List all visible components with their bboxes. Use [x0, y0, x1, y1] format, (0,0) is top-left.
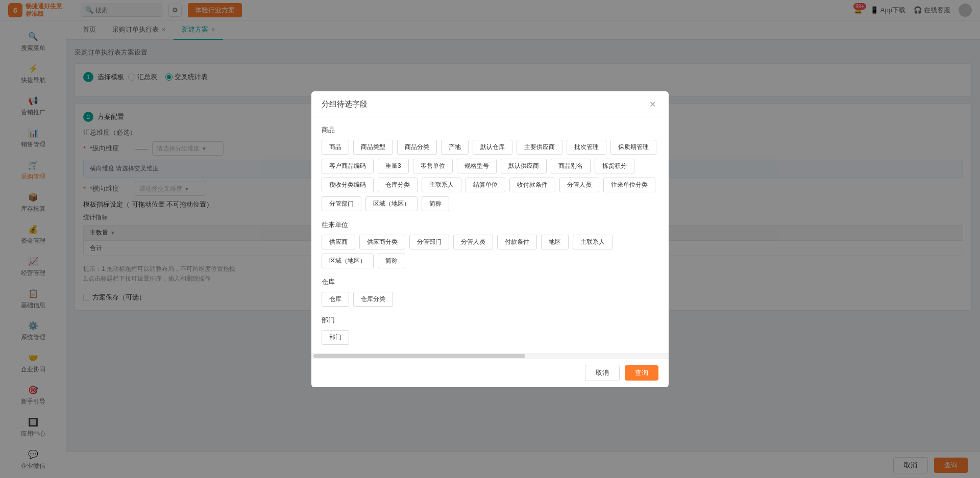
field-tag-2-1[interactable]: 仓库分类: [353, 292, 393, 307]
field-tag-0-16[interactable]: 仓库分类: [378, 178, 418, 192]
field-tag-0-6[interactable]: 批次管理: [567, 140, 606, 155]
horizontal-scrollbar[interactable]: [311, 354, 669, 358]
field-tag-0-22[interactable]: 分管部门: [322, 196, 361, 211]
field-tag-1-6[interactable]: 主联系人: [573, 235, 612, 249]
field-tag-1-0[interactable]: 供应商: [322, 235, 355, 249]
modal-title: 分组待选字段: [322, 99, 368, 109]
field-section-1: 往来单位供应商供应商分类分管部门分管人员付款条件地区主联系人区域（地区）简称: [322, 220, 658, 268]
field-tags-0: 商品商品类型商品分类产地默认仓库主要供应商批次管理保质期管理客户商品编码重量3零…: [322, 140, 658, 211]
field-tag-1-4[interactable]: 付款条件: [497, 235, 537, 249]
field-tag-0-2[interactable]: 商品分类: [397, 140, 437, 155]
modal-body: 商品商品商品类型商品分类产地默认仓库主要供应商批次管理保质期管理客户商品编码重量…: [311, 117, 669, 354]
field-tag-0-3[interactable]: 产地: [441, 140, 469, 155]
field-tag-1-7[interactable]: 区域（地区）: [322, 254, 374, 268]
field-tag-1-8[interactable]: 简称: [378, 254, 405, 268]
h-scroll-thumb: [313, 354, 525, 358]
field-tag-0-10[interactable]: 零售单位: [413, 159, 453, 173]
field-tags-3: 部门: [322, 330, 658, 345]
field-tag-0-9[interactable]: 重量3: [378, 159, 409, 173]
modal-footer: 取消 查询: [311, 358, 669, 387]
field-tag-0-8[interactable]: 客户商品编码: [322, 159, 374, 173]
field-tag-1-5[interactable]: 地区: [541, 235, 569, 249]
field-tag-0-13[interactable]: 商品别名: [551, 159, 591, 173]
field-tag-0-7[interactable]: 保质期管理: [610, 140, 656, 155]
field-tag-0-23[interactable]: 区域（地区）: [365, 196, 418, 211]
modal: 分组待选字段 ✕ 商品商品商品类型商品分类产地默认仓库主要供应商批次管理保质期管…: [311, 91, 669, 387]
field-tag-0-15[interactable]: 税收分类编码: [322, 178, 374, 192]
field-tags-2: 仓库仓库分类: [322, 292, 658, 307]
field-tag-0-12[interactable]: 默认供应商: [501, 159, 547, 173]
section-title-1: 往来单位: [322, 220, 658, 230]
modal-overlay[interactable]: 分组待选字段 ✕ 商品商品商品类型商品分类产地默认仓库主要供应商批次管理保质期管…: [0, 0, 980, 478]
field-section-3: 部门部门: [322, 316, 658, 345]
modal-close-button[interactable]: ✕: [646, 98, 658, 111]
field-tag-0-21[interactable]: 往来单位分类: [603, 178, 655, 192]
section-title-0: 商品: [322, 125, 658, 135]
field-tag-0-0[interactable]: 商品: [322, 140, 349, 155]
field-tag-0-19[interactable]: 收付款条件: [509, 178, 555, 192]
field-section-2: 仓库仓库仓库分类: [322, 278, 658, 307]
modal-cancel-button[interactable]: 取消: [585, 365, 620, 381]
field-section-0: 商品商品商品类型商品分类产地默认仓库主要供应商批次管理保质期管理客户商品编码重量…: [322, 125, 658, 211]
section-title-3: 部门: [322, 316, 658, 325]
field-tag-0-17[interactable]: 主联系人: [422, 178, 461, 192]
field-tag-2-0[interactable]: 仓库: [322, 292, 349, 307]
field-tag-3-0[interactable]: 部门: [322, 330, 349, 345]
field-tag-0-20[interactable]: 分管人员: [559, 178, 599, 192]
field-tag-0-4[interactable]: 默认仓库: [473, 140, 512, 155]
modal-confirm-button[interactable]: 查询: [625, 365, 658, 381]
field-tag-0-1[interactable]: 商品类型: [353, 140, 393, 155]
field-tag-0-14[interactable]: 拣货积分: [595, 159, 634, 173]
field-tag-0-24[interactable]: 简称: [422, 196, 449, 211]
field-tags-1: 供应商供应商分类分管部门分管人员付款条件地区主联系人区域（地区）简称: [322, 235, 658, 268]
modal-header: 分组待选字段 ✕: [311, 91, 669, 117]
field-tag-1-3[interactable]: 分管人员: [453, 235, 493, 249]
field-tag-0-18[interactable]: 结算单位: [465, 178, 505, 192]
field-tag-0-5[interactable]: 主要供应商: [517, 140, 562, 155]
field-tag-1-1[interactable]: 供应商分类: [359, 235, 405, 249]
section-title-2: 仓库: [322, 278, 658, 287]
field-tag-0-11[interactable]: 规格型号: [457, 159, 497, 173]
field-tag-1-2[interactable]: 分管部门: [409, 235, 449, 249]
